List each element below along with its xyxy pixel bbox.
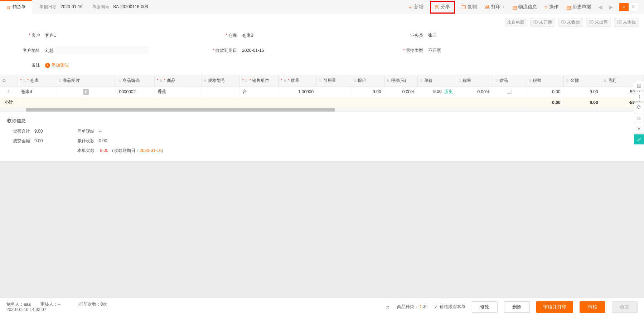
- cell-sale-unit[interactable]: 台: [240, 87, 278, 97]
- tab-label: 销货单: [13, 4, 25, 10]
- view-list-button[interactable]: ≡: [619, 3, 629, 11]
- cell-code[interactable]: 0000002: [116, 87, 154, 97]
- status-no-receipt[interactable]: ⓘ未收款: [558, 18, 583, 27]
- rail-expand-icon[interactable]: ⤢: [634, 134, 644, 144]
- cell-qty[interactable]: 1.00000: [279, 87, 317, 97]
- price-history-link[interactable]: 历史: [444, 89, 453, 94]
- row-index: 1: [0, 87, 18, 97]
- follow-price-checkbox[interactable]: ✓ 价格跟踪本单: [434, 304, 465, 310]
- status-from-pc[interactable]: 来自电脑: [504, 18, 527, 27]
- footer-bar: 制单人：aaa 审核人：-- 打印次数：0次 2020-01-16 14:32:…: [0, 297, 644, 316]
- col-tax-amt[interactable]: ⇅税额: [526, 75, 564, 87]
- grid-icon: ⌗: [545, 5, 548, 10]
- audit-button[interactable]: 审核: [580, 301, 605, 313]
- view-card-button[interactable]: ⧉: [629, 3, 638, 11]
- customer-label: 客户: [14, 33, 40, 39]
- top-actions: ＋ 新增 ⇱ 分享 ❐ 复制 🖶 打印 ▾ ▤ 物流信息: [406, 1, 638, 14]
- deal-amount-label: 成交金额: [13, 138, 30, 143]
- action-share-highlight: ⇱ 分享: [430, 1, 455, 14]
- customer-value[interactable]: 客户1: [45, 33, 56, 39]
- cell-image[interactable]: b: [56, 87, 116, 97]
- duedate-label: 收款到期日: [211, 48, 237, 54]
- info-icon: ⓘ: [589, 19, 594, 25]
- gift-checkbox[interactable]: [507, 89, 512, 94]
- addr-value[interactable]: 刘总: [45, 48, 54, 54]
- timestamp: 2020-01-16 14:32:07: [6, 307, 107, 312]
- col-discount[interactable]: ⇅税率(%): [384, 75, 418, 87]
- doc-icon: ▥: [6, 5, 10, 10]
- cell-gift[interactable]: [493, 87, 526, 97]
- share-icon: ⇱: [435, 5, 439, 10]
- sales-label: 业务员: [397, 33, 423, 39]
- line-items-table: ⚙ ⇅仓库 ⇅商品图片 ⇅商品编码 ⇅商品 ⇅规格型号 ⇅销售单位 ⇅数量 ⇅可…: [0, 75, 644, 112]
- receipt-section: 收款信息 金额合计9.00 同单现结-- 成交金额9.00 累计收款0.00 本…: [0, 112, 644, 161]
- action-operations[interactable]: ⌗ 操作: [543, 3, 560, 11]
- delete-button[interactable]: 删除: [504, 301, 530, 313]
- action-new[interactable]: ＋ 新增: [406, 3, 425, 11]
- status-no-out[interactable]: ⓘ未出库: [586, 18, 611, 27]
- same-order-label: 同单现结: [77, 129, 95, 134]
- auditor-value: --: [58, 302, 60, 307]
- col-gift[interactable]: ⇅赠品: [493, 75, 526, 87]
- status-row: 来自电脑 ⓘ未开票 ⓘ未收款 ⓘ未出库 ⓘ未生效: [0, 14, 644, 27]
- col-settings[interactable]: ⚙: [0, 75, 18, 87]
- action-history[interactable]: ▤ 历史单据: [565, 3, 592, 11]
- col-product[interactable]: ⇅商品: [155, 75, 202, 87]
- copy-icon: ❐: [461, 5, 466, 10]
- col-image[interactable]: ⇅商品图片: [56, 75, 116, 87]
- edit-button[interactable]: 修改: [472, 301, 498, 313]
- invoice-type-value[interactable]: 不开票: [428, 48, 441, 54]
- action-print[interactable]: 🖶 打印 ▾: [483, 3, 506, 11]
- action-share[interactable]: ⇱ 分享: [434, 3, 451, 11]
- cell-product[interactable]: 香蕉: [155, 87, 202, 97]
- rail-money-icon[interactable]: ¥: [634, 124, 644, 134]
- cell-price[interactable]: 9.00: [351, 87, 384, 97]
- table-horizontal-scrollbar[interactable]: [0, 108, 644, 112]
- col-code[interactable]: ⇅商品编码: [116, 75, 154, 87]
- cell-warehouse[interactable]: 仓库B: [18, 87, 56, 97]
- addr-redacted: [56, 46, 149, 54]
- print-count-label: 打印次数：: [79, 302, 101, 307]
- sales-value[interactable]: 张三: [428, 33, 437, 39]
- col-amount[interactable]: ⇅金额: [564, 75, 601, 87]
- tab-active[interactable]: ▥ 销货单: [0, 0, 32, 14]
- plus-icon: ＋: [408, 5, 413, 10]
- cell-tax-rate[interactable]: 0.00%: [456, 87, 493, 97]
- col-sale-unit[interactable]: ⇅销售单位: [240, 75, 278, 87]
- subtotal-row: 小计 0.00 9.00 -59.21: [0, 97, 644, 108]
- col-unit-price[interactable]: ⇅单价: [418, 75, 456, 87]
- scrollbar-thumb[interactable]: [26, 108, 335, 112]
- col-warehouse[interactable]: ⇅仓库: [18, 75, 56, 87]
- warehouse-value[interactable]: 仓库B: [242, 33, 253, 39]
- rail-refresh-icon[interactable]: ⟳: [634, 102, 644, 112]
- cell-discount[interactable]: 0.00%: [384, 87, 418, 97]
- top-bar: ▥ 销货单 单据日期 2020-01-16 单据编号 SA-20200116-0…: [0, 0, 644, 14]
- table-row[interactable]: 1 仓库B b 0000002 香蕉 台 1.00000 9.00 0.00% …: [0, 87, 644, 97]
- audit-print-button[interactable]: 审核并打印: [536, 301, 573, 313]
- col-price[interactable]: ⇅报价: [351, 75, 384, 87]
- action-logistics[interactable]: ▤ 物流信息: [511, 3, 538, 11]
- code-label: 单据编号: [92, 4, 109, 9]
- col-avail[interactable]: ⇅可用量: [317, 75, 351, 87]
- owed-note-date: 2020-01-16: [140, 148, 161, 153]
- owed-note-prefix: （收款到期日：: [110, 148, 140, 153]
- view-toggle: ≡ ⧉: [619, 3, 638, 11]
- info-icon: ⓘ: [561, 19, 566, 25]
- cell-avail[interactable]: [317, 87, 351, 97]
- col-tax-rate[interactable]: ⇅税率: [456, 75, 493, 87]
- duedate-value[interactable]: 2020-01-16: [242, 48, 264, 53]
- pager-next[interactable]: ▶: [608, 4, 614, 10]
- rail-link-icon[interactable]: ⌇: [634, 92, 644, 102]
- cell-unit-price[interactable]: 9.00 历史: [418, 87, 456, 97]
- col-spec[interactable]: ⇅规格型号: [202, 75, 240, 87]
- pager-prev[interactable]: ◀: [597, 4, 603, 10]
- cell-spec[interactable]: [202, 87, 240, 97]
- add-note-button[interactable]: + 添加备注: [45, 62, 69, 68]
- rail-user-icon[interactable]: ☺: [634, 113, 644, 123]
- status-not-effective[interactable]: ⓘ未生效: [614, 18, 639, 27]
- status-no-invoice[interactable]: ⓘ未开票: [530, 18, 555, 27]
- rail-clipboard-icon[interactable]: ▤: [634, 81, 644, 91]
- col-qty[interactable]: ⇅数量: [279, 75, 317, 87]
- subtotal-tax-amt: 0.00: [526, 97, 564, 108]
- action-copy[interactable]: ❐ 复制: [460, 3, 478, 11]
